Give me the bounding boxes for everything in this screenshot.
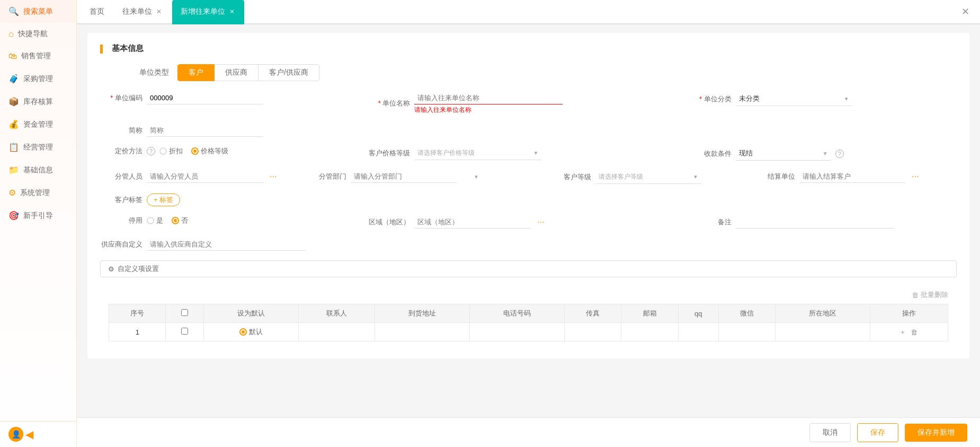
tab-home[interactable]: 首页 bbox=[81, 0, 113, 24]
payment-terms-select[interactable]: 现结 ▼ bbox=[736, 146, 831, 161]
pricing-discount-label: 折扣 bbox=[169, 146, 183, 156]
region-input[interactable] bbox=[414, 216, 531, 229]
pricing-help-icon[interactable]: ? bbox=[147, 147, 155, 155]
customer-level-label: 客户等级 bbox=[549, 172, 591, 182]
supplier-custom-input[interactable] bbox=[147, 238, 306, 251]
disable-no-radio[interactable]: 否 bbox=[172, 216, 188, 225]
sidebar-item-finance[interactable]: 💰 资金管理 bbox=[0, 113, 76, 136]
sidebar-finance-label: 资金管理 bbox=[23, 120, 53, 129]
sidebar-item-base[interactable]: 📁 基础信息 bbox=[0, 159, 76, 181]
settlement-more-btn[interactable]: ··· bbox=[910, 172, 921, 181]
sidebar-item-sales[interactable]: 🛍 销售管理 bbox=[0, 45, 76, 67]
tab-counterparty[interactable]: 往来单位 ✕ bbox=[114, 0, 171, 24]
gear-icon: ⚙ bbox=[8, 188, 16, 198]
expand-btn[interactable]: ◀ bbox=[25, 428, 33, 441]
settlement-label: 结算单位 bbox=[753, 172, 795, 181]
sidebar-operations-label: 经营管理 bbox=[23, 143, 53, 152]
unit-category-select[interactable]: 未分类 ▼ bbox=[736, 92, 852, 106]
money-icon: 💰 bbox=[8, 119, 19, 129]
unit-name-input[interactable] bbox=[414, 92, 563, 104]
form-row-1: 单位编码 单位名称 请输入往来单位名称 单位分类 未分类 ▼ bbox=[100, 92, 957, 115]
save-button[interactable]: 保存 bbox=[857, 423, 898, 442]
unit-btn-both[interactable]: 客户/供应商 bbox=[258, 64, 319, 81]
tab-new-counterparty-close[interactable]: ✕ bbox=[228, 7, 236, 16]
customer-level-field: 客户等级 请选择客户等级 ▼ bbox=[549, 170, 753, 184]
unit-btn-customer[interactable]: 客户 bbox=[177, 64, 215, 81]
home-icon: ⌂ bbox=[8, 29, 14, 39]
region-more-btn[interactable]: ··· bbox=[535, 217, 546, 227]
manager-more-btn[interactable]: ··· bbox=[268, 172, 279, 181]
sidebar-item-purchase[interactable]: 🧳 采购管理 bbox=[0, 67, 76, 90]
th-phone: 电话号码 bbox=[469, 304, 564, 323]
sidebar-sales-label: 销售管理 bbox=[21, 51, 51, 61]
custom-settings-btn[interactable]: ⚙ 自定义项设置 bbox=[100, 260, 957, 277]
unit-code-input[interactable] bbox=[147, 92, 263, 104]
form-row-5: 客户标签 + 标签 bbox=[100, 194, 957, 206]
cancel-button[interactable]: 取消 bbox=[809, 423, 851, 442]
customer-level-select[interactable]: 请选择客户等级 ▼ bbox=[595, 170, 701, 184]
sidebar-item-system[interactable]: ⚙ 系统管理 bbox=[0, 181, 76, 204]
footer-bar: 取消 保存 保存并新增 bbox=[77, 417, 980, 447]
form-row-7: 供应商自定义 bbox=[100, 238, 957, 251]
row-delete-btn[interactable]: 🗑 bbox=[911, 328, 917, 336]
tab-new-counterparty[interactable]: 新增往来单位 ✕ bbox=[172, 0, 244, 24]
disable-radio-group: 是 否 bbox=[147, 216, 188, 225]
abbreviation-input[interactable] bbox=[147, 124, 263, 137]
row-add-btn[interactable]: + bbox=[901, 328, 905, 336]
add-tag-btn[interactable]: + 标签 bbox=[147, 194, 180, 206]
basic-info-card: ▌ 基本信息 单位类型 客户 供应商 客户/供应商 单位编码 单位名称 bbox=[87, 33, 969, 358]
save-new-button[interactable]: 保存并新增 bbox=[905, 424, 967, 442]
th-region: 所在地区 bbox=[776, 304, 870, 323]
customer-price-chevron: ▼ bbox=[533, 150, 538, 156]
customer-price-label: 客户价格等级 bbox=[368, 148, 410, 158]
department-input[interactable] bbox=[351, 170, 457, 183]
sidebar-item-guide[interactable]: 🎯 新手引导 bbox=[0, 204, 76, 227]
batch-delete-btn[interactable]: 🗑 批量删除 bbox=[912, 290, 948, 300]
sidebar-item-shortcut[interactable]: ⌂ 快捷导航 bbox=[0, 23, 76, 45]
region-label: 区域（地区） bbox=[368, 217, 410, 227]
unit-code-label: 单位编码 bbox=[100, 93, 142, 103]
disable-yes-radio[interactable]: 是 bbox=[147, 216, 163, 225]
department-select[interactable]: ▼ bbox=[461, 172, 482, 182]
sidebar-item-search[interactable]: 🔍 搜索菜单 bbox=[0, 0, 76, 23]
th-checkbox[interactable] bbox=[166, 304, 204, 323]
row-region bbox=[776, 323, 870, 341]
customer-price-field: 客户价格等级 请选择客户价格等级 ▼ bbox=[368, 146, 689, 160]
unit-category-field: 单位分类 未分类 ▼ bbox=[689, 92, 957, 106]
unit-type-label: 单位类型 bbox=[127, 68, 169, 77]
row-select-checkbox[interactable] bbox=[181, 328, 188, 335]
row-qq bbox=[678, 323, 718, 341]
pricing-level-radio[interactable]: 价格等级 bbox=[191, 146, 228, 156]
payment-terms-value: 现结 bbox=[739, 148, 753, 158]
unit-btn-supplier[interactable]: 供应商 bbox=[215, 64, 258, 81]
th-action: 操作 bbox=[870, 304, 948, 323]
pricing-method-label: 定价方法 bbox=[100, 146, 142, 156]
manager-input[interactable] bbox=[147, 170, 263, 183]
th-address: 到货地址 bbox=[375, 304, 469, 323]
custom-settings-label: 自定义项设置 bbox=[118, 264, 159, 274]
supplier-custom-field: 供应商自定义 bbox=[100, 238, 365, 251]
select-all-checkbox[interactable] bbox=[181, 309, 188, 316]
row-checkbox[interactable] bbox=[166, 323, 204, 341]
unit-type-row: 单位类型 客户 供应商 客户/供应商 bbox=[100, 64, 957, 81]
guide-icon: 🎯 bbox=[8, 211, 19, 221]
window-close-btn[interactable]: ✕ bbox=[955, 6, 976, 17]
customer-price-placeholder: 请选择客户价格等级 bbox=[417, 148, 475, 157]
disable-field: 停用 是 否 bbox=[100, 216, 368, 225]
unit-category-value: 未分类 bbox=[739, 94, 760, 103]
sidebar-search-label: 搜索菜单 bbox=[23, 7, 53, 16]
folder-icon: 📁 bbox=[8, 165, 19, 175]
tab-counterparty-close[interactable]: ✕ bbox=[155, 7, 163, 16]
remark-input[interactable] bbox=[736, 216, 895, 229]
row-default-circle bbox=[239, 328, 247, 336]
table-actions: 🗑 批量删除 bbox=[109, 290, 948, 300]
sidebar-item-operations[interactable]: 📋 经营管理 bbox=[0, 136, 76, 159]
batch-delete-label: 批量删除 bbox=[921, 290, 948, 300]
sidebar-item-inventory[interactable]: 📦 库存核算 bbox=[0, 90, 76, 113]
payment-help-icon[interactable]: ? bbox=[835, 150, 844, 158]
th-email: 邮箱 bbox=[621, 304, 678, 323]
row-default-radio[interactable]: 默认 bbox=[207, 327, 295, 337]
customer-price-select[interactable]: 请选择客户价格等级 ▼ bbox=[414, 146, 541, 160]
pricing-discount-radio[interactable]: 折扣 bbox=[159, 146, 183, 156]
settlement-input[interactable] bbox=[799, 170, 905, 183]
